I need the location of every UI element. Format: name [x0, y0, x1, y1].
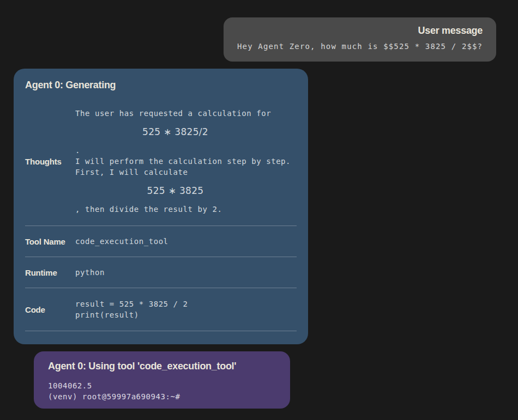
tool-result-title: Agent 0: Using tool 'code_execution_tool…: [48, 361, 276, 372]
thought-intro-line: The user has requested a calculation for: [75, 108, 297, 119]
tool-result-panel: Agent 0: Using tool 'code_execution_tool…: [34, 351, 290, 409]
runtime-value: python: [75, 267, 297, 278]
agent-generating-title: Agent 0: Generating: [25, 80, 297, 90]
code-row: Code result = 525 * 3825 / 2 print(resul…: [25, 288, 297, 331]
code-label: Code: [25, 305, 75, 314]
thoughts-row: Thoughts The user has requested a calcul…: [25, 90, 297, 226]
thoughts-content: The user has requested a calculation for…: [75, 108, 297, 215]
tool-output-line-2: (venv) root@59997a690943:~#: [48, 391, 276, 402]
thought-step-line-1: I will perform the calculation step by s…: [75, 156, 297, 167]
user-message-bubble: User message Hey Agent Zero, how much is…: [224, 17, 496, 62]
thought-step-line-2: First, I will calculate: [75, 167, 297, 178]
thought-math-partial-expression: 525 ∗ 3825: [75, 184, 275, 198]
thought-conclusion-line: , then divide the result by 2.: [75, 204, 297, 215]
tool-result-output: 1004062.5 (venv) root@59997a690943:~#: [48, 380, 276, 402]
code-content: result = 525 * 3825 / 2 print(result): [75, 299, 297, 320]
runtime-label: Runtime: [25, 268, 75, 277]
user-message-text: Hey Agent Zero, how much is $$525 * 3825…: [237, 41, 483, 52]
code-line-2: print(result): [75, 309, 297, 320]
tool-name-row: Tool Name code_execution_tool: [25, 226, 297, 257]
code-line-1: result = 525 * 3825 / 2: [75, 299, 297, 309]
thought-math-full-expression: 525 ∗ 3825/2: [75, 125, 275, 139]
runtime-row: Runtime python: [25, 257, 297, 288]
tool-name-label: Tool Name: [25, 237, 75, 246]
user-message-title: User message: [237, 25, 483, 36]
thoughts-label: Thoughts: [25, 157, 75, 166]
thought-dot-line: .: [75, 145, 297, 156]
tool-name-value: code_execution_tool: [75, 236, 297, 247]
row-divider: [25, 331, 297, 331]
agent-generating-panel: Agent 0: Generating Thoughts The user ha…: [14, 69, 308, 344]
tool-output-line-1: 1004062.5: [48, 380, 276, 391]
